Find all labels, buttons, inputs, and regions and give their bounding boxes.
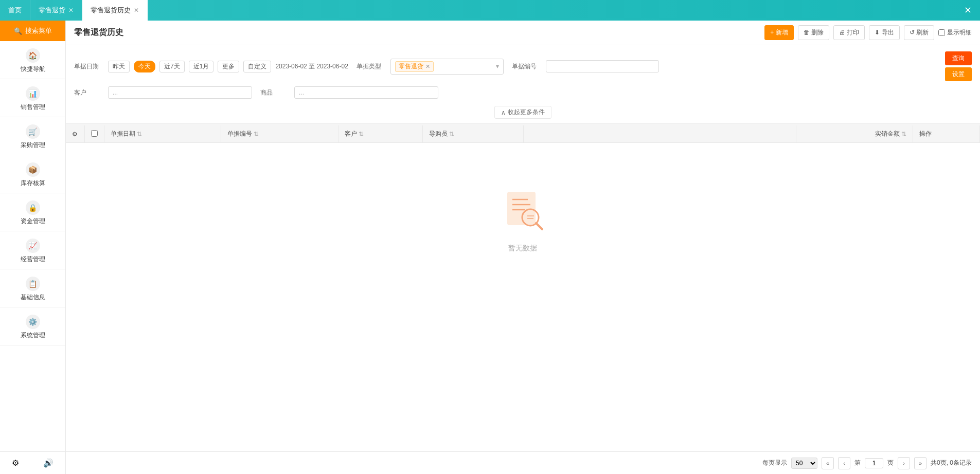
- sidebar-item-base-info[interactable]: 📋 基础信息: [0, 269, 65, 307]
- collapse-row: ∧ 收起更多条件: [74, 104, 972, 123]
- select-all-checkbox[interactable]: [91, 130, 98, 137]
- collapse-label: 收起更多条件: [508, 108, 545, 117]
- new-button[interactable]: + 新增: [764, 25, 793, 40]
- filter-area: 单据日期 昨天 今天 近7天 近1月 更多 自定义 2023-06-02 至 2…: [66, 45, 980, 123]
- empty-state: 暂无数据: [66, 143, 980, 274]
- th-checkbox: [84, 125, 104, 143]
- th-actual-amount[interactable]: 实销金额 ⇅: [796, 125, 913, 143]
- tab-retail-return-label: 零售退货: [39, 6, 65, 15]
- print-button[interactable]: 🖨 打印: [833, 25, 865, 40]
- th-spacer: [523, 125, 796, 143]
- th-customer-label: 客户: [345, 130, 357, 138]
- sidebar-item-system-mgmt-label: 系统管理: [21, 331, 45, 340]
- filter-row-2: 客户 ... 商品 ...: [74, 86, 972, 99]
- sidebar-search-label: 搜索菜单: [25, 26, 52, 35]
- purchase-mgmt-icon: 🛒: [26, 124, 40, 139]
- date-btn-1month[interactable]: 近1月: [189, 61, 214, 72]
- th-doc-no[interactable]: 单据编号 ⇅: [221, 125, 338, 143]
- main-content: 零售退货历史 + 新增 🗑 删除 🖨 打印 ⬇ 导出 ↺ 刷新 显示明细 单据日…: [66, 21, 980, 474]
- goods-input[interactable]: ...: [294, 86, 438, 99]
- date-btn-yesterday[interactable]: 昨天: [108, 61, 130, 72]
- page-label-suffix: 页: [887, 459, 894, 467]
- th-customer[interactable]: 客户 ⇅: [338, 125, 422, 143]
- delete-button[interactable]: 🗑 删除: [798, 25, 829, 40]
- empty-illustration: [497, 184, 548, 235]
- sidebar-item-finance-label: 资金管理: [21, 217, 45, 226]
- show-detail-checkbox[interactable]: [938, 29, 945, 36]
- th-doc-date[interactable]: 单据日期 ⇅: [104, 125, 221, 143]
- operations-icon: 📈: [26, 239, 40, 253]
- doc-type-tag: 零售退货 ✕: [395, 61, 434, 72]
- page-size-select[interactable]: 50 10 20 100: [791, 458, 817, 469]
- filter-row-1: 单据日期 昨天 今天 近7天 近1月 更多 自定义 2023-06-02 至 2…: [74, 51, 972, 81]
- export-button[interactable]: ⬇ 导出: [869, 25, 899, 40]
- sidebar-item-operations-label: 经营管理: [21, 255, 45, 264]
- system-mgmt-icon: ⚙️: [26, 315, 40, 329]
- tab-home-label: 首页: [8, 6, 22, 15]
- sidebar-item-operations[interactable]: 📈 经营管理: [0, 231, 65, 269]
- current-page-input[interactable]: [865, 458, 883, 468]
- th-actual-amount-label: 实销金额: [875, 130, 900, 138]
- th-guide-label: 导购员: [429, 130, 448, 138]
- goods-label: 商品: [260, 88, 286, 97]
- collapse-button[interactable]: ∧ 收起更多条件: [494, 106, 551, 119]
- volume-icon[interactable]: 🔊: [43, 458, 54, 468]
- date-btn-custom[interactable]: 自定义: [243, 61, 271, 72]
- th-settings[interactable]: ⚙: [66, 125, 84, 143]
- th-guide-sort-icon: ⇅: [449, 131, 454, 138]
- query-button[interactable]: 查询: [945, 51, 972, 65]
- filter-settings-button[interactable]: 设置: [945, 67, 972, 81]
- doc-no-input[interactable]: [546, 60, 659, 72]
- show-detail-label: 显示明细: [947, 28, 972, 37]
- sidebar-search-button[interactable]: 🔍 搜索菜单: [0, 21, 65, 41]
- first-page-button[interactable]: «: [822, 457, 834, 469]
- per-page-label: 每页显示: [762, 459, 787, 467]
- sidebar-item-sales-mgmt[interactable]: 📊 销售管理: [0, 79, 65, 117]
- sidebar-item-purchase-mgmt[interactable]: 🛒 采购管理: [0, 117, 65, 155]
- sidebar: 🔍 搜索菜单 🏠 快捷导航 📊 销售管理 🛒 采购管理 📦 库存核算 🔒: [0, 21, 66, 474]
- sidebar-item-finance[interactable]: 🔒 资金管理: [0, 193, 65, 231]
- th-doc-date-label: 单据日期: [111, 130, 135, 138]
- doc-type-tag-label: 零售退货: [399, 62, 423, 71]
- tab-retail-return[interactable]: 零售退货 ✕: [30, 0, 82, 21]
- last-page-button[interactable]: »: [914, 457, 926, 469]
- tab-retail-return-history-label: 零售退货历史: [91, 6, 131, 15]
- tab-list: 首页 零售退货 ✕ 零售退货历史 ✕: [0, 0, 956, 21]
- customer-input[interactable]: ...: [108, 86, 252, 99]
- tab-retail-return-history[interactable]: 零售退货历史 ✕: [82, 0, 148, 21]
- refresh-button[interactable]: ↺ 刷新: [904, 25, 934, 40]
- sidebar-item-quick-nav[interactable]: 🏠 快捷导航: [0, 41, 65, 79]
- doc-type-select[interactable]: 零售退货 ✕ ▾: [390, 59, 504, 75]
- th-guide[interactable]: 导购员 ⇅: [423, 125, 524, 143]
- prev-page-button[interactable]: ‹: [838, 457, 850, 469]
- customer-label: 客户: [74, 88, 100, 97]
- sidebar-item-inventory[interactable]: 📦 库存核算: [0, 155, 65, 193]
- date-label: 单据日期: [74, 62, 100, 71]
- tab-retail-return-history-close[interactable]: ✕: [134, 7, 139, 14]
- pagination: 每页显示 50 10 20 100 « ‹ 第 页 › » 共0页, 0条记录: [66, 451, 980, 474]
- table-header-row: ⚙ 单据日期 ⇅ 单据编号: [66, 125, 980, 143]
- inventory-icon: 📦: [26, 162, 40, 177]
- main-layout: 🔍 搜索菜单 🏠 快捷导航 📊 销售管理 🛒 采购管理 📦 库存核算 🔒: [0, 21, 980, 474]
- next-page-button[interactable]: ›: [898, 457, 910, 469]
- sidebar-item-system-mgmt[interactable]: ⚙️ 系统管理: [0, 307, 65, 345]
- page-header: 零售退货历史 + 新增 🗑 删除 🖨 打印 ⬇ 导出 ↺ 刷新 显示明细: [66, 21, 980, 45]
- sidebar-item-quick-nav-label: 快捷导航: [21, 65, 45, 74]
- window-close-button[interactable]: ✕: [956, 5, 980, 16]
- doc-type-tag-close[interactable]: ✕: [425, 63, 430, 70]
- tab-home[interactable]: 首页: [0, 0, 30, 21]
- sales-mgmt-icon: 📊: [26, 86, 40, 101]
- date-filter: 昨天 今天 近7天 近1月 更多 自定义 2023-06-02 至 2023-0…: [108, 61, 348, 72]
- date-btn-7days[interactable]: 近7天: [159, 61, 185, 72]
- svg-rect-0: [507, 192, 536, 225]
- tab-retail-return-close[interactable]: ✕: [68, 7, 74, 14]
- data-table: ⚙ 单据日期 ⇅ 单据编号: [66, 125, 980, 274]
- date-btn-today[interactable]: 今天: [134, 61, 155, 72]
- th-doc-date-sort-icon: ⇅: [137, 131, 142, 138]
- page-title: 零售退货历史: [74, 27, 123, 38]
- column-settings-icon[interactable]: ⚙: [72, 131, 78, 138]
- settings-icon[interactable]: ⚙: [12, 458, 19, 468]
- th-customer-sort-icon: ⇅: [359, 131, 364, 138]
- svg-line-5: [536, 223, 542, 229]
- date-btn-more[interactable]: 更多: [218, 61, 239, 72]
